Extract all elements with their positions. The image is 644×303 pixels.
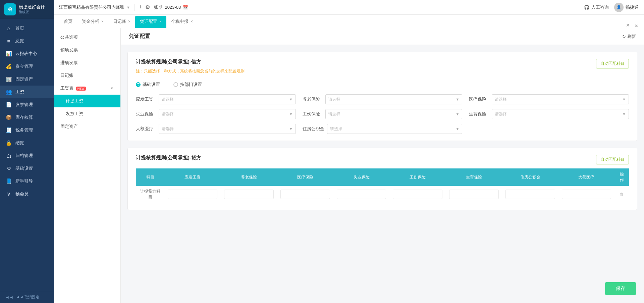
- form-row-yanglao: 养老保险 请选择 ▼: [303, 94, 463, 104]
- gongshang-arrow: ▼: [455, 112, 459, 116]
- shengyu-arrow: ▼: [622, 112, 626, 116]
- sidebar-item-vip[interactable]: V 畅会员: [0, 188, 54, 200]
- avatar: 👤: [614, 3, 624, 12]
- tab-close-journal[interactable]: ×: [128, 19, 130, 24]
- cancel-fixed-button[interactable]: ◄◄ ◄◄ 取消固定: [0, 291, 54, 303]
- credit-auto-match-button[interactable]: 自动匹配科目: [596, 155, 629, 164]
- credit-dayiliao-input[interactable]: [562, 190, 611, 199]
- sidebar-item-close[interactable]: 🔒 结账: [0, 137, 54, 149]
- sidebar-item-guide[interactable]: 📘 新手引导: [0, 175, 54, 188]
- dayiliao-select[interactable]: 请选择 ▼: [159, 124, 296, 134]
- th-dayiliao: 大额医疗: [558, 168, 615, 186]
- user-menu[interactable]: 👤 畅捷通: [614, 3, 639, 12]
- maximize-icon[interactable]: ⊡: [635, 22, 639, 28]
- tab-close-fund[interactable]: ×: [101, 19, 104, 24]
- debit-auto-match-button[interactable]: 自动匹配科目: [596, 59, 629, 68]
- td-shengyu: [446, 186, 502, 203]
- ledger-icon: ≡: [5, 38, 12, 44]
- chevron-down-icon: ▼: [110, 86, 114, 90]
- subnav-salary-table-label: 工资表 NEW: [60, 85, 86, 91]
- sidebar-logo: 会 畅捷通好会计 旗舰版: [0, 0, 54, 19]
- add-company-button[interactable]: +: [139, 4, 142, 11]
- sidebar-item-settings[interactable]: ⚙ 基础设置: [0, 162, 54, 175]
- app-logo-text: 畅捷通好会计 旗舰版: [19, 4, 45, 15]
- sidebar-item-tax[interactable]: 🧾 税务管理: [0, 124, 54, 137]
- sidebar-item-fund[interactable]: 💰 资金管理: [0, 60, 54, 73]
- gongshang-placeholder: 请选择: [328, 111, 340, 117]
- close-window-icon[interactable]: ✕: [626, 22, 630, 28]
- subnav-salary-pay[interactable]: 发放工资: [54, 107, 120, 120]
- credit-yingfa-input[interactable]: [168, 190, 217, 199]
- zhufang-select[interactable]: 请选择 ▼: [327, 124, 463, 134]
- delete-row-button[interactable]: 🗑: [620, 192, 624, 197]
- subnav: 公共选项 销项发票 进项发票 日记账 工资表 NEW ▼ 计提工资: [54, 28, 121, 303]
- tab-fund[interactable]: 资金分析 ×: [77, 16, 108, 28]
- settings-button[interactable]: ⚙: [145, 4, 150, 10]
- td-dayiliao: [558, 186, 615, 203]
- credit-gongshang-input[interactable]: [393, 190, 442, 199]
- th-yingfa: 应发工资: [164, 168, 221, 186]
- subnav-salary-table[interactable]: 工资表 NEW ▼: [54, 82, 120, 95]
- sidebar-item-home[interactable]: ⌂ 首页: [0, 22, 54, 35]
- sidebar-item-fixed[interactable]: 🏢 固定资产: [0, 73, 54, 86]
- yanglao-placeholder: 请选择: [328, 97, 340, 102]
- tabbar: 首页 资金分析 × 日记账 × 凭证配置 × 个税申报 × ✕ ⊡: [54, 15, 644, 28]
- subnav-journal[interactable]: 日记账: [54, 69, 120, 82]
- subnav-sales[interactable]: 销项发票: [54, 44, 120, 56]
- radio-department[interactable]: 按部门设置: [173, 82, 202, 88]
- td-yingfa: [164, 186, 221, 203]
- debit-section-note: 注：只能选择一种方式，系统将按照您当前的选择来配置规则: [136, 68, 245, 74]
- sidebar-item-invoice[interactable]: 📄 发票管理: [0, 98, 54, 111]
- th-shengyu: 生育保险: [446, 168, 502, 186]
- tab-close-voucher[interactable]: ×: [159, 19, 162, 24]
- company-selector[interactable]: 江西服宝精品有限责任公司内账张 ▼: [59, 4, 130, 10]
- yiliao-select[interactable]: 请选择 ▼: [492, 94, 629, 104]
- yanglao-label: 养老保险: [303, 96, 323, 102]
- content-area: 公共选项 销项发票 进项发票 日记账 工资表 NEW ▼ 计提工资: [54, 28, 644, 303]
- credit-shengyu-input[interactable]: [449, 190, 499, 199]
- fund-icon: 💰: [5, 63, 12, 69]
- sidebar-item-reports[interactable]: 📊 云报表中心: [0, 47, 54, 60]
- topbar-right: 🎧 人工咨询 👤 畅捷通: [584, 3, 639, 12]
- refresh-button[interactable]: ↻ 刷新: [622, 34, 636, 40]
- yiliao-placeholder: 请选择: [495, 97, 507, 102]
- subnav-purchase[interactable]: 进项发票: [54, 56, 120, 69]
- zhufang-placeholder: 请选择: [330, 126, 342, 132]
- credit-shiye-input[interactable]: [337, 190, 386, 199]
- shengyu-select[interactable]: 请选择 ▼: [492, 109, 629, 119]
- save-button[interactable]: 保存: [605, 282, 636, 295]
- tab-close-tax[interactable]: ×: [191, 19, 193, 24]
- sidebar-item-salary[interactable]: 👥 工资: [0, 86, 54, 98]
- shiye-select[interactable]: 请选择 ▼: [159, 109, 296, 119]
- calendar-icon[interactable]: 📅: [183, 5, 188, 10]
- credit-yiliao-input[interactable]: [280, 190, 330, 199]
- credit-section: 计提核算规则(公司承担)-贷方 自动匹配科目 科目 应发工资 养老保险 医疗保险…: [127, 148, 637, 210]
- gongshang-select[interactable]: 请选择 ▼: [325, 109, 463, 119]
- th-action: 操作: [614, 168, 629, 186]
- sidebar-item-archive[interactable]: 🗂 归档管理: [0, 149, 54, 162]
- form-row-yiliao: 医疗保险 请选择 ▼: [469, 94, 629, 104]
- shiye-label: 失业保险: [136, 111, 156, 117]
- sidebar-item-ledger[interactable]: ≡ 总账: [0, 35, 54, 47]
- yanglao-select[interactable]: 请选择 ▼: [325, 94, 463, 104]
- yingfa-arrow: ▼: [289, 97, 293, 101]
- sidebar: 会 畅捷通好会计 旗舰版 ⌂ 首页 ≡ 总账 📊 云报表中心 💰 资金管理 🏢 …: [0, 0, 54, 303]
- tab-voucher[interactable]: 凭证配置 ×: [135, 16, 166, 28]
- shengyu-label: 生育保险: [469, 111, 489, 117]
- credit-yanglao-input[interactable]: [224, 190, 274, 199]
- tab-journal[interactable]: 日记账 ×: [108, 16, 135, 28]
- tab-tax[interactable]: 个税申报 ×: [166, 16, 198, 28]
- yingfa-select[interactable]: 请选择 ▼: [159, 94, 296, 104]
- radio-basic[interactable]: 基础设置: [136, 82, 160, 88]
- subnav-salary-provision[interactable]: 计提工资: [54, 95, 120, 107]
- support-button[interactable]: 🎧 人工咨询: [584, 4, 609, 10]
- sidebar-item-inventory[interactable]: 📦 库存核算: [0, 111, 54, 124]
- credit-zhufang-input[interactable]: [505, 190, 555, 199]
- subnav-fixed-assets[interactable]: 固定资产: [54, 120, 120, 133]
- refresh-icon: ↻: [622, 34, 626, 39]
- subnav-public[interactable]: 公共选项: [54, 31, 120, 44]
- debit-section: 计提核算规则(公司承担)-借方 注：只能选择一种方式，系统将按照您当前的选择来配…: [127, 52, 637, 141]
- tab-home[interactable]: 首页: [59, 16, 77, 28]
- period-display: 账期 2023-03 📅: [154, 4, 188, 10]
- shiye-placeholder: 请选择: [162, 111, 174, 117]
